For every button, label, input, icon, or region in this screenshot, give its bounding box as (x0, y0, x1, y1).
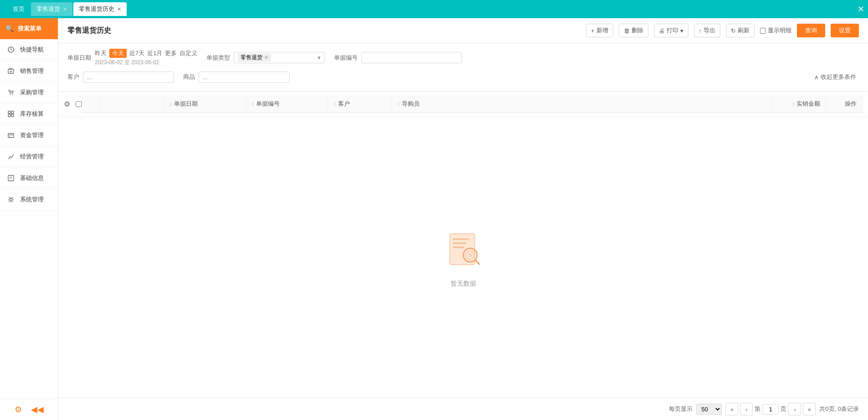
tab-home[interactable]: 首页 (7, 2, 30, 16)
sidebar-item-operations[interactable]: 经营管理 (0, 146, 58, 168)
page-next-btn[interactable]: › (788, 403, 801, 415)
sidebar-item-base-info-label: 基础信息 (20, 174, 44, 182)
doc-type-dropdown-icon: ▾ (318, 54, 321, 61)
th-gear (82, 95, 100, 113)
th-doc-no[interactable]: ↕ 单据编号 (246, 95, 328, 113)
svg-rect-14 (453, 242, 467, 244)
query-button[interactable]: 查询 (797, 24, 825, 37)
sidebar-item-quick-nav[interactable]: 快捷导航 (0, 39, 58, 61)
page-first-btn[interactable]: « (725, 403, 738, 415)
sidebar-item-system[interactable]: 系统管理 (0, 189, 58, 210)
content-area: 零售退货历史 + 新增 🗑 删除 🖨 打印 ▾ ↑ 导出 (58, 18, 868, 420)
th-guide-sort-icon: ↕ (397, 100, 401, 107)
svg-rect-6 (8, 114, 10, 117)
volume-icon[interactable]: ◀◀ (31, 405, 44, 415)
inventory-icon (7, 110, 15, 118)
per-page-select[interactable]: 50 100 200 (696, 404, 722, 415)
header-actions: + 新增 🗑 删除 🖨 打印 ▾ ↑ 导出 ↻ 刷新 (586, 24, 859, 37)
export-button[interactable]: ↑ 导出 (694, 24, 721, 37)
svg-point-19 (468, 253, 472, 257)
refresh-label: 刷新 (738, 26, 750, 35)
select-all-checkbox[interactable] (76, 101, 82, 107)
settings-button[interactable]: 设置 (831, 24, 859, 37)
svg-rect-15 (453, 246, 464, 248)
finance-icon (7, 131, 15, 139)
tab-retail-return-label: 零售退货 (36, 5, 60, 13)
page-input[interactable] (762, 404, 779, 415)
sidebar-item-finance[interactable]: 资金管理 (0, 125, 58, 146)
sidebar-item-base-info[interactable]: 基础信息 (0, 168, 58, 189)
doc-type-tag-remove[interactable]: ✕ (264, 55, 268, 61)
search-icon: 🔍 (5, 25, 14, 33)
tab-retail-return-history-close[interactable]: ✕ (117, 6, 121, 12)
sidebar-bottom: ⚙ ◀◀ (0, 399, 58, 420)
svg-rect-10 (8, 175, 14, 181)
quick-nav-icon (7, 46, 15, 54)
show-detail-label: 显示明细 (768, 26, 791, 35)
svg-line-18 (475, 260, 479, 264)
doc-no-input[interactable] (361, 52, 462, 63)
filter-area: 单据日期 昨天 今天 近7天 近1月 更多 自定义 2023-06-02 至 2… (58, 43, 868, 92)
svg-rect-5 (11, 111, 14, 113)
print-dropdown-icon: ▾ (680, 27, 683, 34)
filter-row-2: 客户 商品 ∧ 收起更多条件 (67, 70, 859, 84)
show-detail-checkbox-label[interactable]: 显示明细 (760, 26, 791, 35)
window-close-icon[interactable]: ✕ (858, 4, 864, 14)
th-date[interactable]: ↕ 单据日期 (164, 95, 246, 113)
customer-input[interactable] (83, 72, 174, 83)
table-settings-icon[interactable]: ⚙ (64, 100, 70, 108)
shortcut-today[interactable]: 今天 (109, 49, 127, 58)
sidebar-item-purchase-mgmt[interactable]: 采购管理 (0, 82, 58, 103)
sidebar-item-inventory[interactable]: 库存核算 (0, 103, 58, 125)
no-data-area: 暂无数据 (58, 117, 868, 398)
tab-retail-return-history[interactable]: 零售退货历史 ✕ (73, 2, 127, 16)
new-icon: + (591, 27, 595, 34)
svg-point-9 (9, 136, 10, 137)
goods-input[interactable] (199, 72, 290, 83)
sidebar-item-sales-mgmt[interactable]: 销售管理 (0, 61, 58, 82)
shortcut-yesterday[interactable]: 昨天 (95, 49, 107, 57)
sidebar-item-quick-nav-label: 快捷导航 (20, 46, 44, 54)
goods-label: 商品 (183, 73, 195, 81)
page-prev-btn[interactable]: ‹ (740, 403, 753, 415)
date-range-display: 2023-06-02 至 2023-06-02 (95, 59, 197, 67)
delete-button[interactable]: 🗑 删除 (619, 24, 648, 37)
th-guide[interactable]: ↕ 导购员 (391, 95, 771, 113)
shortcut-1month[interactable]: 近1月 (147, 49, 162, 57)
refresh-button[interactable]: ↻ 刷新 (726, 24, 755, 37)
shortcut-custom[interactable]: 自定义 (180, 49, 197, 57)
shortcut-7days[interactable]: 近7天 (129, 49, 144, 57)
refresh-icon: ↻ (731, 27, 736, 34)
th-date-sort-icon: ↕ (169, 100, 173, 107)
settings-icon[interactable]: ⚙ (15, 405, 22, 415)
export-label: 导出 (704, 26, 715, 35)
doc-type-tag-label: 零售退货 (241, 54, 262, 61)
print-icon: 🖨 (659, 27, 665, 34)
print-button[interactable]: 🖨 打印 ▾ (654, 24, 688, 37)
sidebar-item-system-label: 系统管理 (20, 195, 44, 204)
sidebar-search[interactable]: 🔍 搜索菜单 (0, 18, 58, 39)
sidebar: 🔍 搜索菜单 快捷导航 销售管理 采购管理 库存核算 (0, 18, 58, 420)
no-data-text: 暂无数据 (451, 280, 476, 288)
tab-list: 首页 零售退货 ✕ 零售退货历史 ✕ (7, 2, 858, 16)
sidebar-item-finance-label: 资金管理 (20, 131, 44, 139)
sidebar-search-label: 搜索菜单 (18, 25, 41, 33)
tab-home-label: 首页 (13, 5, 25, 13)
per-page-label: 每页显示 (669, 405, 693, 413)
collapse-filters-btn[interactable]: ∧ 收起更多条件 (812, 70, 859, 84)
new-button[interactable]: + 新增 (586, 24, 613, 37)
page-last-btn[interactable]: » (803, 403, 816, 415)
tab-retail-return[interactable]: 零售退货 ✕ (31, 2, 72, 16)
tab-retail-return-close[interactable]: ✕ (63, 6, 67, 12)
collapse-icon: ∧ (814, 74, 819, 81)
doc-type-select[interactable]: 零售退货 ✕ ▾ (234, 52, 325, 63)
operations-icon (7, 153, 15, 161)
doc-type-filter: 单据类型 零售退货 ✕ ▾ (206, 52, 325, 63)
th-amount[interactable]: ↕ 实销金额 (771, 95, 826, 113)
page-label: 第 (755, 405, 760, 413)
show-detail-checkbox[interactable] (760, 28, 766, 34)
shortcut-more[interactable]: 更多 (165, 49, 177, 57)
th-customer[interactable]: ↕ 客户 (328, 95, 391, 113)
th-actions-label: 操作 (845, 100, 857, 107)
goods-filter: 商品 (183, 72, 290, 83)
